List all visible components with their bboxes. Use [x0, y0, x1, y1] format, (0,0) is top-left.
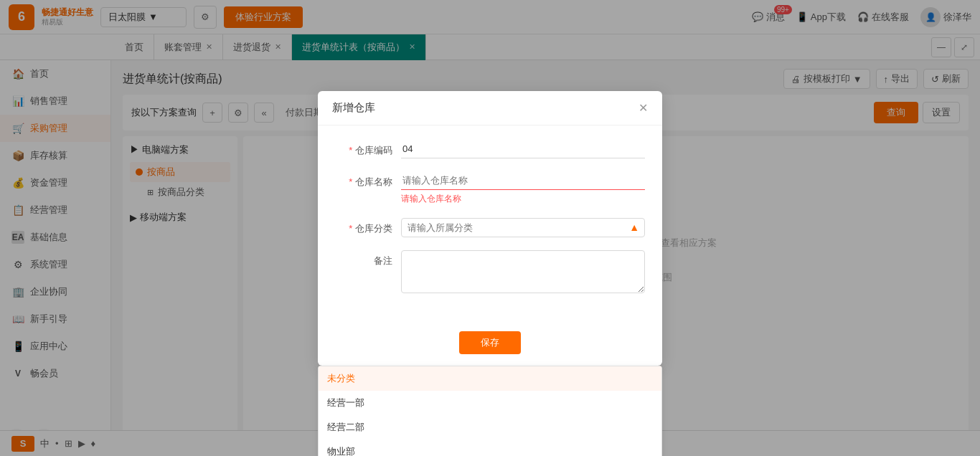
dialog-header: 新增仓库 ✕	[318, 91, 662, 125]
warehouse-name-row: * 仓库名称 请输入仓库名称	[335, 171, 645, 205]
warehouse-name-error: 请输入仓库名称	[401, 193, 645, 205]
warehouse-name-input[interactable]	[401, 171, 645, 190]
category-dropdown-list: 未分类 经营一部 经营二部 物业部	[318, 366, 662, 457]
dropdown-toggle-btn[interactable]: ▲	[629, 222, 639, 233]
dropdown-item-dept3[interactable]: 物业部	[319, 440, 661, 457]
remark-control	[401, 250, 645, 295]
category-control: ▲ 未分类 经营一部 经营二部 物业部	[401, 218, 645, 237]
modal-overlay: 新增仓库 ✕ * 仓库编码 * 仓库名称	[0, 0, 980, 456]
name-control: 请输入仓库名称	[401, 171, 645, 205]
warehouse-code-input[interactable]	[401, 140, 645, 158]
dropdown-item-unclassified[interactable]: 未分类	[319, 366, 661, 391]
warehouse-category-row: * 仓库分类 ▲ 未分类 经营一部 经营二部 物业部	[335, 218, 645, 237]
code-control	[401, 140, 645, 158]
category-dropdown: ▲	[401, 218, 645, 237]
code-label: * 仓库编码	[335, 140, 392, 157]
dialog-body: * 仓库编码 * 仓库名称 请输入仓库名称	[318, 125, 662, 323]
category-input[interactable]	[401, 218, 645, 237]
category-label: * 仓库分类	[335, 218, 392, 235]
dialog-close-btn[interactable]: ✕	[639, 101, 648, 115]
warehouse-code-row: * 仓库编码	[335, 140, 645, 158]
add-warehouse-dialog: 新增仓库 ✕ * 仓库编码 * 仓库名称	[318, 91, 662, 366]
save-button[interactable]: 保存	[459, 331, 521, 354]
dropdown-item-dept2[interactable]: 经营二部	[319, 415, 661, 440]
dropdown-item-dept1[interactable]: 经营一部	[319, 391, 661, 415]
remark-label: 备注	[335, 250, 392, 267]
dialog-footer: 保存	[318, 323, 662, 366]
dialog-title: 新增仓库	[332, 101, 375, 115]
remark-row: 备注	[335, 250, 645, 295]
remark-input[interactable]	[401, 250, 645, 293]
name-label: * 仓库名称	[335, 171, 392, 189]
